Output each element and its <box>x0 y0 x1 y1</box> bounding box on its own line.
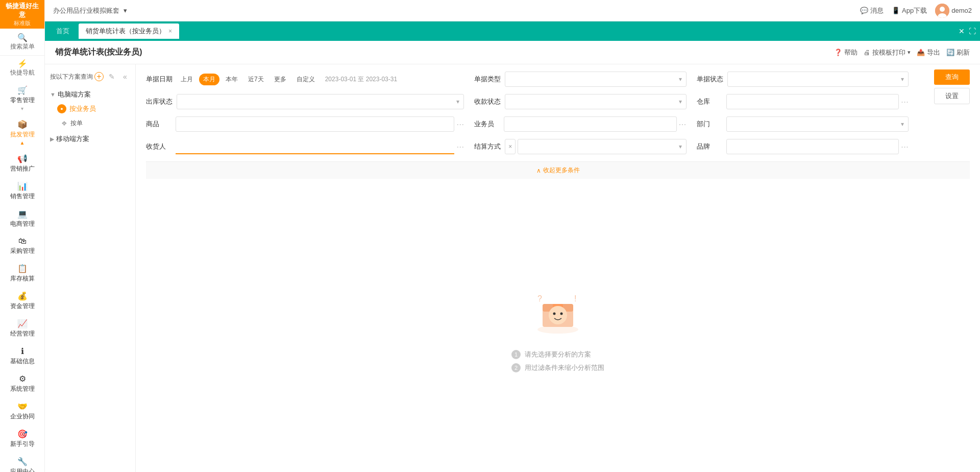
date-options: 上月 本月 本年 近7天 更多 自定义 2023-03-01 至 2023-03… <box>177 74 397 85</box>
date-last-month[interactable]: 上月 <box>177 74 197 85</box>
sidebar-item-guide[interactable]: 🎯 新手引导 <box>0 425 44 453</box>
sidebar-item-inventory[interactable]: 📋 库存核算 <box>0 259 44 287</box>
sidebar-item-purchase[interactable]: 🛍 采购管理 <box>0 232 44 259</box>
salesperson-dots[interactable]: ··· <box>679 119 687 130</box>
department-label: 部门 <box>697 120 722 129</box>
date-range-display: 2023-03-01 至 2023-03-31 <box>325 75 397 84</box>
scheme-edit-btn[interactable]: ✎ <box>107 72 117 82</box>
collapse-bar[interactable]: ∧ 收起更多条件 <box>146 161 970 179</box>
filter-consignee: 收货人 ··· <box>146 139 464 154</box>
payment-status-select[interactable]: ▾ <box>505 94 686 109</box>
scheme-panel-header: 按以下方案查询 + ✎ « <box>45 69 135 86</box>
sidebar-item-sales[interactable]: 📊 销售管理 <box>0 177 44 205</box>
settings-button[interactable]: 设置 <box>934 88 970 104</box>
username: demo2 <box>951 7 972 14</box>
warehouse-input[interactable] <box>726 94 899 109</box>
scheme-item-by-salesperson[interactable]: ● 按业务员 <box>45 101 135 116</box>
inventory-icon: 📋 <box>17 264 28 273</box>
brand-input[interactable] <box>726 139 899 154</box>
scheme-collapse-btn[interactable]: « <box>120 72 130 82</box>
salesperson-input[interactable] <box>504 116 676 132</box>
settlement-tag-close[interactable]: × <box>508 143 512 150</box>
page-header: 销货单统计表(按业务员) ❓ 帮助 🖨 按模板打印 ▾ 📤 导出 🔄 刷新 <box>45 41 980 64</box>
brand-dots[interactable]: ··· <box>901 141 909 152</box>
page-title: 销货单统计表(按业务员) <box>55 47 142 64</box>
tab-close-btn[interactable]: × <box>168 28 172 35</box>
filter-row-2: 出库状态 ▾ 收款状态 ▾ <box>146 94 970 109</box>
logo-subtitle: 标准版 <box>3 19 41 27</box>
scheme-add-btn[interactable]: + <box>94 72 104 81</box>
sidebar-item-ecommerce[interactable]: 💻 电商管理 <box>0 205 44 232</box>
consignee-input[interactable] <box>176 139 454 154</box>
doc-status-label: 单据状态 <box>697 75 723 84</box>
scheme-group-mobile-header[interactable]: ▶ 移动端方案 <box>45 132 135 146</box>
collapse-icon: ∧ <box>536 167 541 174</box>
sidebar-item-finance[interactable]: 💰 资金管理 <box>0 287 44 315</box>
doc-status-arrow: ▾ <box>901 76 904 83</box>
empty-hint-1: 1 请先选择要分析的方案 <box>511 350 604 359</box>
doc-type-select[interactable]: ▾ <box>505 72 686 87</box>
department-select[interactable]: ▾ <box>726 116 909 132</box>
goods-input[interactable] <box>176 116 454 132</box>
export-btn[interactable]: 📤 导出 <box>917 48 940 57</box>
settlement-label: 结算方式 <box>474 142 501 151</box>
hint-num-2: 2 <box>511 363 521 372</box>
message-btn[interactable]: 💬 消息 <box>860 6 884 15</box>
doc-status-select[interactable]: ▾ <box>727 72 909 87</box>
user-menu[interactable]: demo2 <box>935 4 972 18</box>
scheme-item-by-order[interactable]: ❖ 按单 <box>45 116 135 130</box>
sidebar-item-wholesale[interactable]: 📦 批发管理 ▲ <box>0 115 44 150</box>
date-7days[interactable]: 近7天 <box>244 74 268 85</box>
fullscreen-btn[interactable]: ⛶ <box>969 27 976 35</box>
sidebar-item-search[interactable]: 🔍 搜索菜单 <box>0 29 44 56</box>
sidebar-item-basic-info[interactable]: ℹ 基础信息 <box>0 342 44 370</box>
department-arrow: ▾ <box>901 121 904 128</box>
scheme-group-mobile: ▶ 移动端方案 <box>45 132 135 146</box>
consignee-dots[interactable]: ··· <box>456 141 464 152</box>
mobile-group-arrow: ▶ <box>50 136 54 143</box>
goods-dots[interactable]: ··· <box>456 119 464 130</box>
warehouse-dots[interactable]: ··· <box>901 97 909 107</box>
logo-title: 畅捷通好生意 <box>3 2 41 19</box>
close-window-btn[interactable]: ✕ <box>959 27 965 35</box>
tab-sales-stats[interactable]: 销货单统计表（按业务员） × <box>79 23 179 39</box>
date-more[interactable]: 更多 <box>270 74 290 85</box>
print-btn[interactable]: 🖨 按模板打印 ▾ <box>864 48 911 57</box>
topbar-right: 💬 消息 📱 App下载 demo2 <box>860 4 972 18</box>
settlement-select[interactable]: ▾ <box>518 139 686 154</box>
sidebar-item-enterprise[interactable]: 🤝 企业协同 <box>0 397 44 425</box>
sidebar-item-appstore[interactable]: 🔧 应用中心 <box>0 453 44 472</box>
query-button[interactable]: 查询 <box>934 69 970 85</box>
scheme-group-desktop: ▼ 电脑端方案 ● 按业务员 ❖ 按单 <box>45 88 135 130</box>
finance-icon: 💰 <box>17 291 28 301</box>
industry-label: 办公用品行业模拟账套 <box>53 6 119 15</box>
tab-expand-group: ✕ ⛶ <box>959 27 976 35</box>
refresh-btn[interactable]: 🔄 刷新 <box>946 48 970 57</box>
filter-brand: 品牌 ··· <box>697 139 909 154</box>
tab-home[interactable]: 首页 <box>49 23 77 39</box>
payment-arrow: ▾ <box>679 98 682 105</box>
industry-dropdown[interactable]: ▾ <box>124 7 127 14</box>
sales-icon: 📊 <box>17 181 28 191</box>
brand-input-group: ··· <box>726 139 909 154</box>
date-this-year[interactable]: 本年 <box>222 74 242 85</box>
warehouse-label: 仓库 <box>697 97 722 106</box>
stock-status-select[interactable]: ▾ <box>177 94 464 109</box>
consignee-label: 收货人 <box>146 142 172 151</box>
sidebar-item-retail[interactable]: 🛒 零售管理 ▾ <box>0 81 44 115</box>
sidebar-item-marketing[interactable]: 📢 营销推广 <box>0 150 44 177</box>
sidebar-item-quick-nav[interactable]: ⚡ 快捷导航 <box>0 56 44 79</box>
scheme-group-desktop-header[interactable]: ▼ 电脑端方案 <box>45 88 135 101</box>
app-download-btn[interactable]: 📱 App下载 <box>892 6 927 15</box>
date-this-month[interactable]: 本月 <box>199 74 219 85</box>
help-btn[interactable]: ❓ 帮助 <box>834 48 857 57</box>
goods-input-group: ··· <box>176 116 464 132</box>
marketing-icon: 📢 <box>17 154 28 163</box>
sidebar-item-system[interactable]: ⚙ 系统管理 <box>0 370 44 397</box>
salesperson-input-group: ··· <box>504 116 686 132</box>
appstore-icon: 🔧 <box>17 457 28 466</box>
retail-arrow: ▾ <box>21 106 23 111</box>
sidebar-item-operations[interactable]: 📈 经营管理 <box>0 315 44 342</box>
date-custom[interactable]: 自定义 <box>292 74 319 85</box>
system-icon: ⚙ <box>19 374 26 384</box>
